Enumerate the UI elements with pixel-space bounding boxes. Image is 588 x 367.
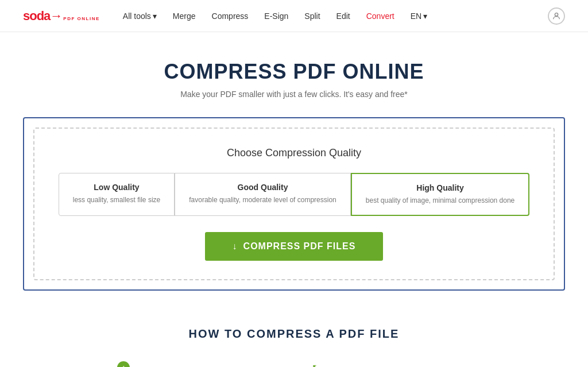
quality-high[interactable]: High Quality best quality of image, mini… bbox=[351, 173, 529, 216]
upload-badge-icon: ↑ bbox=[117, 361, 130, 367]
chevron-down-icon: ▾ bbox=[423, 11, 427, 21]
quality-low[interactable]: Low Quality less quality, smallest file … bbox=[59, 173, 175, 216]
step-2: ⤡ ⤢ 2. Automatic Size Reduction bbox=[234, 364, 354, 367]
quality-options: Low Quality less quality, smallest file … bbox=[48, 173, 540, 216]
nav-links: All tools ▾ Merge Compress E-Sign Split … bbox=[123, 11, 548, 21]
steps-container: ↑ 1. Choose a file to compress ⤡ ⤢ 2. Au… bbox=[47, 364, 541, 367]
logo-sub: PDF ONLINE bbox=[63, 16, 99, 21]
how-to-section: HOW TO COMPRESS A PDF FILE ↑ 1. Choose a… bbox=[0, 309, 588, 367]
logo-text: soda→ bbox=[23, 9, 62, 24]
chevron-down-icon: ▾ bbox=[153, 11, 157, 21]
quality-low-desc: less quality, smallest file size bbox=[73, 195, 161, 205]
compress-button[interactable]: ↓ COMPRESS PDF FILES bbox=[205, 232, 384, 261]
quality-low-name: Low Quality bbox=[73, 183, 161, 192]
svg-point-0 bbox=[555, 13, 558, 16]
nav-right bbox=[548, 7, 565, 25]
hero-subtitle: Make your PDF smaller with just a few cl… bbox=[11, 90, 577, 99]
nav-lang[interactable]: EN ▾ bbox=[411, 11, 427, 21]
quality-high-desc: best quality of image, minimal compressi… bbox=[366, 196, 514, 206]
inner-card: Choose Compression Quality Low Quality l… bbox=[33, 128, 555, 280]
nav-merge[interactable]: Merge bbox=[173, 11, 196, 21]
quality-good-name: Good Quality bbox=[189, 183, 336, 192]
nav-compress[interactable]: Compress bbox=[212, 11, 249, 21]
step-1: ↑ 1. Choose a file to compress bbox=[47, 364, 168, 367]
main-card: Choose Compression Quality Low Quality l… bbox=[23, 117, 565, 291]
user-icon[interactable] bbox=[548, 7, 565, 25]
nav-split[interactable]: Split bbox=[304, 11, 320, 21]
quality-good[interactable]: Good Quality favorable quality, moderate… bbox=[175, 173, 351, 216]
quality-good-desc: favorable quality, moderate level of com… bbox=[189, 195, 336, 205]
compress-button-label: COMPRESS PDF FILES bbox=[243, 241, 356, 252]
quality-high-name: High Quality bbox=[366, 183, 514, 192]
nav-esign[interactable]: E-Sign bbox=[264, 11, 288, 21]
how-to-title: HOW TO COMPRESS A PDF FILE bbox=[23, 327, 565, 341]
nav-convert[interactable]: Convert bbox=[366, 11, 394, 21]
nav-all-tools[interactable]: All tools ▾ bbox=[123, 11, 157, 21]
download-arrow-icon: ↓ bbox=[233, 241, 238, 252]
step-3: ↓ 3. View and Download bbox=[420, 364, 541, 367]
navigation: soda→ PDF ONLINE All tools ▾ Merge Compr… bbox=[0, 0, 588, 32]
hero-section: COMPRESS PDF ONLINE Make your PDF smalle… bbox=[0, 32, 588, 117]
nav-edit[interactable]: Edit bbox=[336, 11, 350, 21]
step-arrow-1 bbox=[168, 364, 234, 367]
logo[interactable]: soda→ PDF ONLINE bbox=[23, 9, 100, 24]
page-title: COMPRESS PDF ONLINE bbox=[11, 60, 577, 84]
compression-title: Choose Compression Quality bbox=[48, 147, 540, 159]
step-arrow-2 bbox=[354, 364, 420, 367]
compress-arrows-icon: ⤡ bbox=[312, 364, 319, 367]
